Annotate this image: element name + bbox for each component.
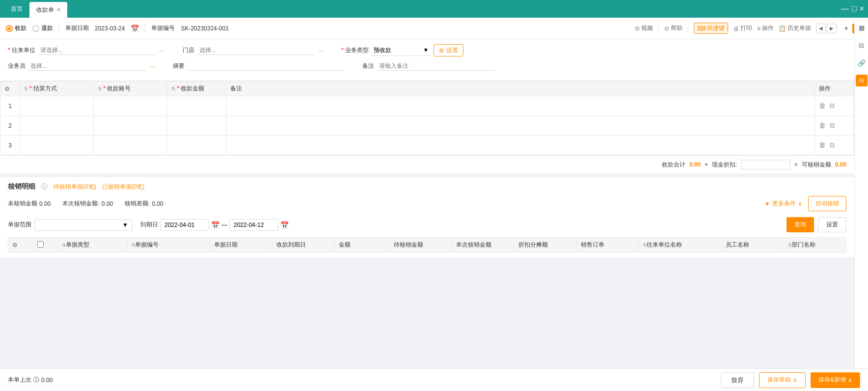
page-footer: 本单上次 ⓘ 0.00 放弃 保存草稿 ∧ 保存&新增 ∧ <box>0 368 868 391</box>
bth-amount: 金额 <box>334 238 390 252</box>
maximize-icon[interactable]: □ <box>852 4 857 13</box>
operation-btn[interactable]: ≡ 操作 <box>757 24 774 32</box>
store-field: 门店 ··· <box>183 46 324 55</box>
query-btn[interactable]: 查询 <box>787 217 814 232</box>
current-stat: 本次核销金额: 0.00 <box>62 199 113 208</box>
range-chevron-icon: ▼ <box>122 222 128 228</box>
sidebar-icon-link[interactable]: 🔗 <box>856 57 868 69</box>
nav-prev[interactable]: ◀ <box>816 24 826 33</box>
sidebar-icon-ai[interactable]: Ai <box>856 75 868 86</box>
row-amount-2[interactable] <box>167 116 226 136</box>
store-more-btn[interactable]: ··· <box>318 47 324 55</box>
delete-icon-1[interactable]: 🗑 <box>819 102 826 110</box>
row-account-1[interactable] <box>94 96 167 116</box>
tab-home[interactable]: 首页 <box>4 0 29 18</box>
sidebar-icon-list[interactable]: ⊟ <box>856 39 868 51</box>
row-account-3[interactable] <box>94 136 167 155</box>
row-amount-3[interactable] <box>167 136 226 155</box>
done-tab[interactable]: 已核销单据(0笔) <box>102 183 145 191</box>
discount-input[interactable] <box>741 160 790 169</box>
copy-icon-1[interactable]: ⧉ <box>830 102 835 110</box>
radio-receipt[interactable]: 收款 <box>6 24 27 32</box>
stats-row: 未核销金额 0.00 本次核销金额: 0.00 核销差额: 0.00 ▼ 更多条… <box>8 196 846 211</box>
row-note-2[interactable] <box>226 116 815 136</box>
minimize-icon[interactable]: — <box>841 4 849 13</box>
print-btn[interactable]: 🖨 打印 <box>733 24 752 32</box>
th-settings[interactable]: ⚙ <box>0 82 20 96</box>
table-gear-icon[interactable]: ⚙ <box>4 85 10 92</box>
summary-input[interactable] <box>188 61 345 71</box>
pending-tab[interactable]: 待核销单据(0笔) <box>54 183 96 191</box>
row-account-2[interactable] <box>94 116 167 136</box>
tab-receipt[interactable]: 收款单 × <box>29 2 67 18</box>
bth-settings[interactable]: ⚙ <box>8 238 33 252</box>
bth-doc-type: ⇅单据类型 <box>58 238 127 252</box>
counterparty-input[interactable] <box>38 46 156 55</box>
date-from-calendar-icon[interactable]: 📅 <box>211 221 219 229</box>
date-calendar-icon[interactable]: 📅 <box>131 25 139 32</box>
verification-info-icon[interactable]: ⓘ <box>41 182 48 191</box>
form-row-1: * 往来单位 ··· 门店 ··· * 业务类型 预收款 ▼ <box>8 44 846 56</box>
history-btn[interactable]: 📋 历史单据 <box>779 24 811 32</box>
row-amount-1[interactable] <box>167 96 226 116</box>
date-to-input[interactable] <box>229 219 278 231</box>
receipt-table: ⚙ ⇅ * 结算方式 ⇅ * 收款账号 ⇅ * 收款 <box>0 81 854 155</box>
row-action-3: 🗑 ⧉ <box>815 136 854 155</box>
tab-close-icon[interactable]: × <box>57 6 60 13</box>
range-field: 单据范围 ▼ <box>8 219 133 231</box>
row-settlement-2[interactable] <box>20 116 94 136</box>
copy-icon-2[interactable]: ⧉ <box>830 121 835 130</box>
bottom-gear-icon[interactable]: ⚙ <box>12 242 18 249</box>
date-dash: — <box>221 222 227 228</box>
row-note-1[interactable] <box>226 96 815 116</box>
nav-arrows: ◀ ▶ <box>816 24 837 33</box>
row-note-3[interactable] <box>226 136 815 155</box>
business-type-select[interactable]: 预收款 ▼ <box>372 45 431 56</box>
plus-sign: + <box>705 161 708 168</box>
row-settlement-3[interactable] <box>20 136 94 155</box>
filter-row: 单据范围 ▼ 到期日 📅 — 📅 查询 设置 <box>8 217 846 232</box>
video-btn[interactable]: ⊙ 视频 <box>635 24 653 32</box>
settings-btn[interactable]: 设置 <box>818 217 846 232</box>
range-select[interactable]: ▼ <box>34 219 133 231</box>
radio-refund-dot <box>32 25 39 32</box>
bth-staff: 员工名称 <box>722 238 784 252</box>
staff-input[interactable] <box>28 61 146 71</box>
delete-icon-2[interactable]: 🗑 <box>819 121 826 130</box>
counterparty-more-btn[interactable]: ··· <box>159 47 165 55</box>
bth-sales-order: 销售订单 <box>576 238 639 252</box>
close-icon[interactable]: × <box>860 4 864 13</box>
staff-more-btn[interactable]: ··· <box>149 62 155 70</box>
form-settings-btn[interactable]: ⚙ 设置 <box>434 44 463 56</box>
auto-verification-btn[interactable]: 自动核销 <box>808 196 846 211</box>
row-settlement-1[interactable] <box>20 96 94 116</box>
bth-doc-num: ⇅单据编号 <box>127 238 210 252</box>
date-to-calendar-icon[interactable]: 📅 <box>280 221 289 229</box>
save-new-btn[interactable]: 保存&新增 ∧ <box>811 372 860 388</box>
footer-buttons: 放弃 保存草稿 ∧ 保存&新增 ∧ <box>721 372 860 388</box>
verification-header: 核销明细 ⓘ 待核销单据(0笔) 已核销单据(0笔) <box>8 182 846 191</box>
note-input[interactable] <box>377 61 495 71</box>
date-from-input[interactable] <box>160 219 209 231</box>
date-value: 2023-03-24 <box>95 25 125 32</box>
shortcut-btn[interactable]: ⌨ 快捷键 <box>694 23 728 34</box>
save-draft-btn[interactable]: 保存草稿 ∧ <box>759 372 806 388</box>
counterparty-field: * 往来单位 ··· <box>8 46 165 55</box>
select-all-checkbox[interactable] <box>37 241 44 248</box>
copy-icon-3[interactable]: ⧉ <box>830 141 835 149</box>
nav-next[interactable]: ▶ <box>827 24 837 33</box>
filter-fields: 单据范围 ▼ 到期日 📅 — 📅 <box>8 219 289 231</box>
help-btn[interactable]: ⊙ 帮助 <box>664 24 682 32</box>
radio-refund[interactable]: 退款 <box>32 24 53 32</box>
staff-field: 业务员 ··· <box>8 61 155 71</box>
discard-btn[interactable]: 放弃 <box>721 372 754 388</box>
toolbar-right: ⊙ 视频 | ⊙ 帮助 | ⌨ 快捷键 🖨 打印 ≡ 操作 📋 历史单据 ◀ ▶ <box>635 23 862 34</box>
discount-label: 现金折扣: <box>712 161 737 169</box>
store-input[interactable] <box>197 46 315 55</box>
delete-icon-3[interactable]: 🗑 <box>819 141 826 149</box>
footer-info-icon[interactable]: ⓘ <box>33 376 39 384</box>
more-conditions-btn[interactable]: ▼ 更多条件 ∧ <box>764 199 802 208</box>
view-list[interactable]: ≡ <box>841 24 851 33</box>
sidebar-icon-table[interactable]: ▦ <box>856 22 868 33</box>
radio-receipt-dot <box>6 25 13 32</box>
